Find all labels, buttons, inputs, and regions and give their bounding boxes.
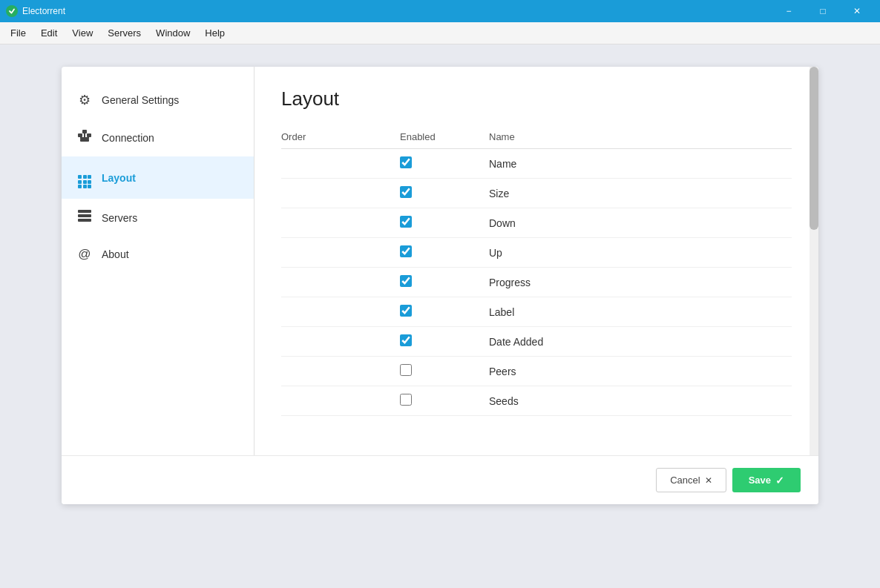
svg-rect-8	[78, 214, 91, 217]
titlebar: Electorrent − □ ✕	[0, 0, 880, 22]
enabled-checkbox[interactable]	[400, 245, 412, 257]
table-row: Name	[281, 149, 792, 179]
col-header-order: Order	[281, 125, 400, 149]
menu-file[interactable]: File	[3, 24, 33, 42]
table-row: Seeds	[281, 386, 792, 416]
cancel-label: Cancel	[670, 475, 700, 486]
at-icon: @	[76, 247, 93, 262]
enabled-checkbox[interactable]	[400, 186, 412, 198]
svg-rect-7	[78, 210, 91, 213]
sidebar-label-servers: Servers	[102, 212, 137, 224]
cell-order	[281, 268, 400, 297]
cell-enabled	[400, 327, 489, 357]
table-row: Peers	[281, 357, 792, 386]
cell-name: Seeds	[489, 386, 792, 416]
cell-order	[281, 297, 400, 327]
layout-grid-icon	[76, 167, 93, 188]
scrollbar-track	[810, 67, 818, 504]
sidebar-item-connection[interactable]: Connection	[62, 119, 254, 156]
menu-help[interactable]: Help	[197, 24, 232, 42]
menubar: File Edit View Servers Window Help	[0, 22, 880, 44]
enabled-checkbox[interactable]	[400, 364, 412, 376]
minimize-button[interactable]: −	[772, 0, 806, 22]
main-area: ⚙ General Settings Connection	[0, 44, 880, 588]
cell-enabled	[400, 149, 489, 179]
content-area: Layout Order Enabled Name NameSizeDownUp…	[255, 67, 818, 504]
cell-enabled	[400, 357, 489, 386]
close-button[interactable]: ✕	[840, 0, 874, 22]
enabled-checkbox[interactable]	[400, 216, 412, 228]
cell-enabled	[400, 386, 489, 416]
col-header-name: Name	[489, 125, 792, 149]
scrollbar-thumb[interactable]	[810, 67, 818, 230]
enabled-checkbox[interactable]	[400, 334, 412, 346]
col-header-enabled: Enabled	[400, 125, 489, 149]
svg-rect-3	[87, 133, 91, 137]
table-row: Date Added	[281, 327, 792, 357]
settings-dialog: ⚙ General Settings Connection	[62, 67, 818, 504]
window-controls: − □ ✕	[772, 0, 874, 22]
sidebar-label-layout: Layout	[102, 172, 136, 184]
cell-enabled	[400, 297, 489, 327]
sidebar-item-about[interactable]: @ About	[62, 237, 254, 272]
page-title: Layout	[281, 87, 792, 110]
sidebar-label-general-settings: General Settings	[102, 94, 179, 106]
menu-view[interactable]: View	[65, 24, 100, 42]
cell-order	[281, 386, 400, 416]
cell-enabled	[400, 208, 489, 238]
servers-icon	[76, 209, 93, 226]
app-logo	[6, 5, 18, 17]
maximize-button[interactable]: □	[806, 0, 840, 22]
table-row: Down	[281, 208, 792, 238]
cell-order	[281, 238, 400, 268]
cell-order	[281, 179, 400, 208]
cell-enabled	[400, 179, 489, 208]
cell-order	[281, 327, 400, 357]
enabled-checkbox[interactable]	[400, 275, 412, 287]
cell-name: Down	[489, 208, 792, 238]
menu-window[interactable]: Window	[148, 24, 197, 42]
sidebar-item-layout[interactable]: Layout	[62, 156, 254, 199]
cell-order	[281, 357, 400, 386]
enabled-checkbox[interactable]	[400, 305, 412, 317]
svg-rect-4	[80, 139, 89, 142]
table-row: Up	[281, 238, 792, 268]
gear-icon: ⚙	[76, 92, 93, 108]
svg-rect-2	[82, 130, 87, 133]
svg-rect-9	[78, 219, 91, 222]
titlebar-left: Electorrent	[6, 5, 65, 17]
enabled-checkbox[interactable]	[400, 394, 412, 406]
cancel-x-icon: ✕	[705, 475, 712, 486]
cell-order	[281, 149, 400, 179]
cell-order	[281, 208, 400, 238]
cell-name: Peers	[489, 357, 792, 386]
cell-name: Up	[489, 238, 792, 268]
sidebar-label-about: About	[102, 248, 129, 260]
cell-name: Label	[489, 297, 792, 327]
table-row: Progress	[281, 268, 792, 297]
cell-enabled	[400, 268, 489, 297]
cell-name: Date Added	[489, 327, 792, 357]
save-label: Save	[749, 475, 771, 486]
sidebar-item-servers[interactable]: Servers	[62, 199, 254, 237]
connection-icon	[76, 129, 93, 146]
table-row: Size	[281, 179, 792, 208]
menu-edit[interactable]: Edit	[33, 24, 65, 42]
svg-point-0	[6, 5, 18, 17]
svg-rect-1	[78, 133, 82, 137]
cell-name: Progress	[489, 268, 792, 297]
save-button[interactable]: Save ✓	[732, 468, 801, 492]
layout-table: Order Enabled Name NameSizeDownUpProgres…	[281, 125, 792, 416]
table-row: Label	[281, 297, 792, 327]
sidebar-item-general-settings[interactable]: ⚙ General Settings	[62, 82, 254, 119]
cell-name: Size	[489, 179, 792, 208]
cancel-button[interactable]: Cancel ✕	[656, 468, 726, 492]
dialog-footer: Cancel ✕ Save ✓	[62, 455, 818, 504]
enabled-checkbox[interactable]	[400, 156, 412, 168]
app-title: Electorrent	[22, 6, 65, 16]
sidebar-label-connection: Connection	[102, 132, 154, 144]
svg-rect-6	[80, 137, 89, 139]
menu-servers[interactable]: Servers	[100, 24, 148, 42]
cell-name: Name	[489, 149, 792, 179]
cell-enabled	[400, 238, 489, 268]
